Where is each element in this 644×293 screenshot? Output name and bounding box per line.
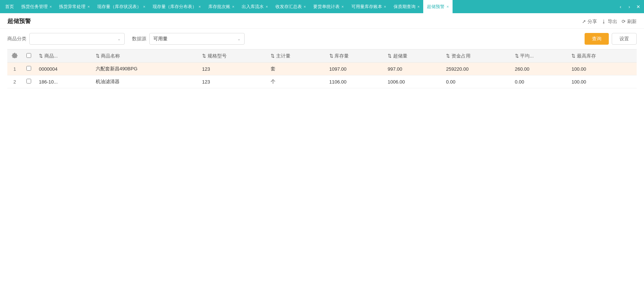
export-button[interactable]: ⭳ 导出 xyxy=(601,18,617,25)
nav-item-0[interactable]: 首页 xyxy=(1,0,18,13)
nav-item-5[interactable]: 库存批次账× xyxy=(205,0,238,13)
sort-arrows-icon: ⇅ xyxy=(96,53,100,59)
query-button[interactable]: 查询 xyxy=(585,33,609,45)
datasource-select[interactable]: 可用量 ⌄ xyxy=(149,33,245,45)
nav-close-icon[interactable]: × xyxy=(87,4,89,9)
row-avg: 260.00 xyxy=(511,63,568,75)
nav-item-10[interactable]: 保质期查询× xyxy=(390,0,423,13)
settings-col-header[interactable] xyxy=(7,49,22,63)
nav-close-icon[interactable]: × xyxy=(266,4,268,9)
nav-close-button[interactable]: ✕ xyxy=(634,0,643,13)
nav-close-icon[interactable]: × xyxy=(304,4,306,9)
nav-item-label: 保质期查询 xyxy=(394,4,416,10)
select-all-checkbox[interactable] xyxy=(26,53,31,58)
nav-item-2[interactable]: 拣货异常处理× xyxy=(55,0,93,13)
row-index: 1 xyxy=(7,63,22,75)
nav-item-6[interactable]: 出入库流水× xyxy=(238,0,271,13)
checkbox-col-header[interactable] xyxy=(22,49,35,63)
nav-item-label: 首页 xyxy=(5,4,14,10)
category-label: 商品分类 xyxy=(7,36,26,42)
row-max-stock: 100.00 xyxy=(568,63,637,75)
chevron-down-icon: ⌄ xyxy=(237,37,241,41)
top-navigation: 首页拣货任务管理×拣货异常处理×现存量（库存状况表）×现存量（库存分布表）×库存… xyxy=(0,0,644,13)
product-code-col-header[interactable]: ⇅ 商品... xyxy=(35,49,92,63)
share-button[interactable]: ➚ 分享 xyxy=(582,18,597,25)
filter-bar: 商品分类 ⌄ 数据源 可用量 ⌄ 查询 设置 xyxy=(0,29,644,49)
row-product-code: 186-10... xyxy=(35,75,92,88)
row-product-code: 0000004 xyxy=(35,63,92,75)
spec-col-header[interactable]: ⇅ 规格型号 xyxy=(198,49,267,63)
max-stock-col-header[interactable]: ⇅ 最高库存 xyxy=(568,49,637,63)
refresh-button[interactable]: ⟳ 刷新 xyxy=(622,18,637,25)
row-checkbox-cell[interactable] xyxy=(22,63,35,75)
nav-item-1[interactable]: 拣货任务管理× xyxy=(18,0,55,13)
data-table: ⇅ 商品... ⇅ 商品名称 ⇅ 规格型号 ⇅ 主计量 ⇅ 库存量 xyxy=(7,49,637,88)
filter-actions: 查询 设置 xyxy=(585,33,637,45)
product-name-col-header[interactable]: ⇅ 商品名称 xyxy=(92,49,198,63)
nav-item-4[interactable]: 现存量（库存分布表）× xyxy=(149,0,204,13)
row-max-stock: 100.00 xyxy=(568,75,637,88)
nav-item-label: 出入库流水 xyxy=(242,4,264,10)
sort-arrows-icon: ⇅ xyxy=(271,53,275,59)
nav-item-label: 拣货任务管理 xyxy=(21,4,48,10)
row-stock: 1106.00 xyxy=(326,75,384,88)
row-stock: 1097.00 xyxy=(326,63,384,75)
nav-item-label: 收发存汇总表 xyxy=(275,4,302,10)
overflow-col-header[interactable]: ⇅ 超储量 xyxy=(384,49,442,63)
sort-arrows-icon: ⇅ xyxy=(388,53,392,59)
row-spec: 123 xyxy=(198,63,267,75)
row-unit: 套 xyxy=(267,63,325,75)
nav-item-11[interactable]: 超储预警× xyxy=(423,0,452,13)
nav-item-7[interactable]: 收发存汇总表× xyxy=(272,0,310,13)
nav-close-icon[interactable]: × xyxy=(446,4,449,9)
sort-arrows-icon: ⇅ xyxy=(571,53,575,59)
nav-item-9[interactable]: 可用量库存账本× xyxy=(348,0,390,13)
table-row: 2 186-10... 机油滤清器 123 个 1106.00 1006.00 … xyxy=(7,75,637,88)
table-container: ⇅ 商品... ⇅ 商品名称 ⇅ 规格型号 ⇅ 主计量 ⇅ 库存量 xyxy=(0,49,644,88)
page-header: 超储预警 ➚ 分享 ⭳ 导出 ⟳ 刷新 xyxy=(0,13,644,29)
stock-col-header[interactable]: ⇅ 库存量 xyxy=(326,49,384,63)
row-capital: 0.00 xyxy=(442,75,511,88)
sort-arrows-icon: ⇅ xyxy=(202,53,206,59)
avg-col-header[interactable]: ⇅ 平均... xyxy=(511,49,568,63)
nav-close-icon[interactable]: × xyxy=(341,4,344,9)
row-spec: 123 xyxy=(198,75,267,88)
settings-button[interactable]: 设置 xyxy=(612,33,637,45)
nav-item-label: 现存量（库存分布表） xyxy=(153,4,197,10)
nav-item-3[interactable]: 现存量（库存状况表）× xyxy=(94,0,149,13)
export-icon: ⭳ xyxy=(601,19,606,24)
datasource-filter: 数据源 可用量 ⌄ xyxy=(132,33,245,45)
nav-next-button[interactable]: › xyxy=(625,0,634,13)
nav-close-icon[interactable]: × xyxy=(143,4,145,9)
sort-arrows-icon: ⇅ xyxy=(515,53,519,59)
row-checkbox[interactable] xyxy=(26,66,31,71)
nav-close-icon[interactable]: × xyxy=(50,4,52,9)
row-avg: 0.00 xyxy=(511,75,568,88)
table-header-row: ⇅ 商品... ⇅ 商品名称 ⇅ 规格型号 ⇅ 主计量 ⇅ 库存量 xyxy=(7,49,637,63)
capital-col-header[interactable]: ⇅ 资金占用 xyxy=(442,49,511,63)
sort-arrows-icon: ⇅ xyxy=(446,53,450,59)
nav-item-8[interactable]: 要货单统计表× xyxy=(310,0,347,13)
sort-arrows-icon: ⇅ xyxy=(39,53,43,59)
nav-item-label: 超储预警 xyxy=(427,4,444,10)
nav-close-icon[interactable]: × xyxy=(232,4,234,9)
nav-item-label: 要货单统计表 xyxy=(313,4,340,10)
category-select[interactable]: ⌄ xyxy=(29,33,125,45)
row-checkbox-cell[interactable] xyxy=(22,75,35,88)
nav-close-icon[interactable]: × xyxy=(384,4,386,9)
nav-close-icon[interactable]: × xyxy=(198,4,201,9)
nav-prev-button[interactable]: ‹ xyxy=(616,0,625,13)
nav-close-icon[interactable]: × xyxy=(417,4,420,9)
datasource-label: 数据源 xyxy=(132,36,146,42)
row-checkbox[interactable] xyxy=(26,79,31,84)
row-overflow: 997.00 xyxy=(384,63,442,75)
datasource-select-value: 可用量 xyxy=(153,36,168,42)
row-product-name: 六配套新昌490BPG xyxy=(92,63,198,75)
category-filter: 商品分类 ⌄ xyxy=(7,33,125,45)
share-icon: ➚ xyxy=(582,19,586,24)
row-overflow: 1006.00 xyxy=(384,75,442,88)
gear-icon xyxy=(12,52,18,58)
unit-col-header[interactable]: ⇅ 主计量 xyxy=(267,49,325,63)
sort-arrows-icon: ⇅ xyxy=(329,53,333,59)
table-body: 1 0000004 六配套新昌490BPG 123 套 1097.00 997.… xyxy=(7,63,637,88)
